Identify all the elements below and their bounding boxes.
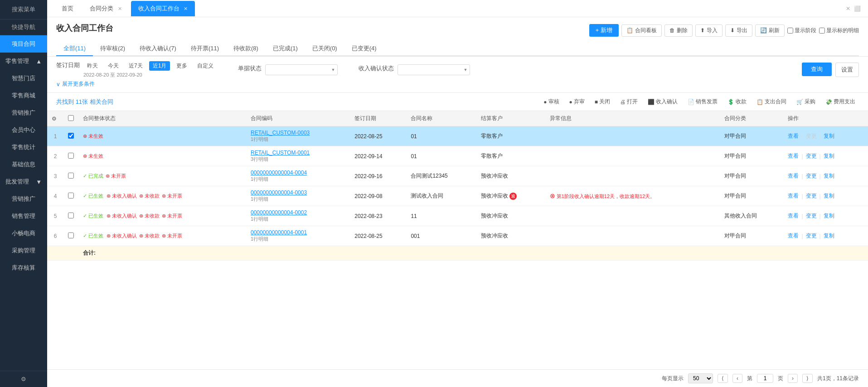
sidebar-item-wholesale[interactable]: 批发管理 ▼ <box>0 173 47 190</box>
doc-status-select[interactable] <box>265 64 338 75</box>
sidebar-item-retail[interactable]: 零售管理 ▲ <box>0 53 47 70</box>
edit-op-btn[interactable]: 变更 <box>806 192 817 200</box>
kanban-icon: 📋 <box>626 27 633 34</box>
print-button[interactable]: 🖨 打开 <box>616 97 641 107</box>
restore-icon[interactable]: ⬜ <box>854 5 861 12</box>
query-button[interactable]: 查询 <box>802 63 832 76</box>
edit-op-btn[interactable]: 变更 <box>806 152 817 160</box>
status-tab-pending-review[interactable]: 待审核(2) <box>93 42 132 56</box>
sidebar-settings[interactable]: ⚙ <box>0 371 47 387</box>
status-tab-completed[interactable]: 已完成(1) <box>266 42 305 56</box>
abandon-button[interactable]: ● 弃审 <box>566 97 588 107</box>
date-more[interactable]: 更多 <box>173 61 191 71</box>
close-contract-button[interactable]: ■ 关闭 <box>591 97 614 107</box>
sidebar-item-ecommerce[interactable]: 小畅电商 <box>0 225 47 242</box>
expand-more-conditions[interactable]: ∨ 展开更多条件 <box>56 80 859 88</box>
copy-op-btn[interactable]: 复制 <box>824 232 834 240</box>
sidebar-item-retail-stats[interactable]: 零售统计 <box>0 139 47 156</box>
export-button[interactable]: ⬇ 导出 <box>725 24 752 37</box>
edit-op-btn[interactable]: 变更 <box>806 212 817 220</box>
row-checkbox[interactable] <box>68 193 74 198</box>
date-today[interactable]: 今天 <box>104 61 122 71</box>
show-fields-checkbox-label[interactable]: 显示阶段 <box>787 27 816 34</box>
sidebar-item-inventory[interactable]: 库存核算 <box>0 259 47 276</box>
contract-link[interactable]: 00000000000004-0003 <box>251 189 345 196</box>
sidebar-item-member[interactable]: 会员中心 <box>0 121 47 139</box>
copy-op-btn[interactable]: 复制 <box>824 152 834 160</box>
sidebar-item-project[interactable]: 项目合同 <box>0 35 47 53</box>
show-marks-checkbox[interactable] <box>819 28 825 34</box>
kanban-button[interactable]: 📋 合同看板 <box>621 24 662 37</box>
tab-close-contract-type[interactable]: ✕ <box>118 6 122 11</box>
sidebar-item-base-info[interactable]: 基础信息 <box>0 156 47 173</box>
delete-button[interactable]: 🗑 删除 <box>664 24 693 37</box>
view-op-btn[interactable]: 查看 <box>788 132 799 140</box>
last-page-button[interactable]: ⟩ <box>802 374 813 383</box>
row-checkbox[interactable] <box>68 173 74 179</box>
tab-income-workbench[interactable]: 收入合同工作台 ✕ <box>131 1 195 16</box>
collect-button[interactable]: 💲 收款 <box>724 97 750 107</box>
sidebar-item-marketing2[interactable]: 营销推广 <box>0 190 47 208</box>
filter-settings-button[interactable]: 设置 <box>835 63 859 77</box>
view-op-btn[interactable]: 查看 <box>788 232 799 240</box>
contract-link[interactable]: RETAIL_CUSTOM-0003 <box>251 130 345 136</box>
date-7days[interactable]: 近7天 <box>125 61 146 71</box>
tab-home[interactable]: 首页 <box>54 1 81 16</box>
first-page-button[interactable]: ⟨ <box>718 374 728 383</box>
row-checkbox[interactable] <box>68 153 74 159</box>
sidebar-item-smart-store[interactable]: 智慧门店 <box>0 70 47 87</box>
copy-op-btn[interactable]: 复制 <box>824 132 834 140</box>
date-1month[interactable]: 近1月 <box>149 61 170 71</box>
status-tab-all[interactable]: 全部(11) <box>56 42 93 56</box>
contract-link[interactable]: 00000000000004-0001 <box>251 229 345 236</box>
sales-invoice-button[interactable]: 📄 销售发票 <box>684 97 721 107</box>
date-custom[interactable]: 自定义 <box>194 61 217 71</box>
view-op-btn[interactable]: 查看 <box>788 192 799 200</box>
view-op-btn[interactable]: 查看 <box>788 172 799 180</box>
show-fields-checkbox[interactable] <box>787 28 793 34</box>
contract-link[interactable]: 00000000000004-0004 <box>251 169 345 176</box>
tab-contract-type[interactable]: 合同分类 ✕ <box>82 1 129 16</box>
status-tab-changed[interactable]: 已变更(4) <box>344 42 384 56</box>
copy-op-btn[interactable]: 复制 <box>824 212 834 220</box>
status-tab-pending-income[interactable]: 待收入确认(7) <box>132 42 184 56</box>
contract-link[interactable]: RETAIL_CUSTOM-0001 <box>251 150 345 156</box>
date-yesterday[interactable]: 昨天 <box>83 61 102 71</box>
row-checkbox[interactable] <box>68 232 74 238</box>
expense-button[interactable]: 💸 费用支出 <box>822 97 859 107</box>
import-button[interactable]: ⬆ 导入 <box>695 24 723 37</box>
sidebar-item-marketing[interactable]: 营销推广 <box>0 104 47 121</box>
sidebar-item-sales[interactable]: 销售管理 <box>0 208 47 225</box>
sidebar-item-purchase[interactable]: 采购管理 <box>0 242 47 259</box>
income-confirm-select[interactable] <box>398 64 470 75</box>
view-op-btn[interactable]: 查看 <box>788 212 799 220</box>
status-tab-pending-invoice[interactable]: 待开票(11) <box>184 42 226 56</box>
edit-op-btn[interactable]: 变更 <box>806 172 817 180</box>
audit-button[interactable]: ● 审核 <box>540 97 563 107</box>
refresh-button[interactable]: 🔄 刷新 <box>755 24 785 37</box>
purchase-button[interactable]: 🛒 采购 <box>793 97 819 107</box>
add-button[interactable]: + 新增 <box>589 24 619 37</box>
prev-page-button[interactable]: ‹ <box>732 374 742 383</box>
status-tab-closed[interactable]: 已关闭(0) <box>305 42 344 56</box>
edit-op-btn[interactable]: 变更 <box>806 232 817 240</box>
show-marks-checkbox-label[interactable]: 显示标的明细 <box>819 27 859 34</box>
row-checkbox[interactable] <box>68 213 74 218</box>
copy-op-btn[interactable]: 复制 <box>824 172 834 180</box>
close-icon[interactable]: ✕ <box>846 5 850 12</box>
income-confirm-button[interactable]: ⬛ 收入确认 <box>644 97 681 107</box>
support-contract-button[interactable]: 📋 支出合同 <box>753 97 790 107</box>
sidebar-quick-nav[interactable]: 快捷导航 <box>0 19 47 35</box>
next-page-button[interactable]: › <box>788 374 798 383</box>
page-size-select[interactable]: 50 10 20 100 <box>688 373 713 383</box>
sidebar-item-retail-mall[interactable]: 零售商城 <box>0 87 47 104</box>
contract-link[interactable]: 00000000000004-0002 <box>251 209 345 216</box>
row-checkbox[interactable] <box>68 133 74 139</box>
sidebar-search[interactable]: 搜索菜单 <box>0 0 47 19</box>
copy-op-btn[interactable]: 复制 <box>824 192 834 200</box>
view-op-btn[interactable]: 查看 <box>788 152 799 160</box>
tab-close-income-workbench[interactable]: ✕ <box>184 6 188 11</box>
select-all-checkbox[interactable] <box>68 115 74 121</box>
page-number-input[interactable] <box>757 374 773 383</box>
status-tab-pending-payment[interactable]: 待收款(8) <box>226 42 266 56</box>
